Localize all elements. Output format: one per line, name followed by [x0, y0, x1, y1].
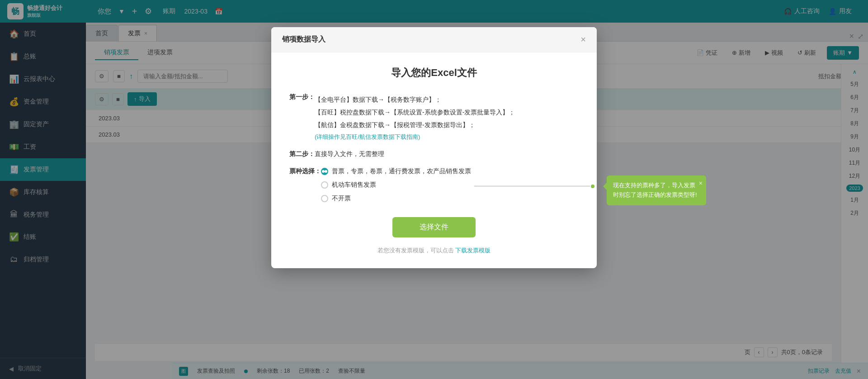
- tooltip-close-btn[interactable]: ×: [699, 178, 703, 188]
- radio-label-1: 普票，专票，卷票，通行费发票，农产品销售发票: [332, 167, 471, 175]
- radio-circle-1: [321, 168, 328, 175]
- ticket-select-section: 票种选择： 普票，专票，卷票，通行费发票，农产品销售发票 机动车销售发票: [289, 167, 579, 208]
- download-hint-area: 若您没有发票模版，可以点击 下载发票模版: [289, 246, 579, 255]
- modal-title: 销项数据导入: [282, 35, 326, 44]
- step1-line3: 【航信】金税盘数据下载→【报税管理-发票数据导出】；: [315, 118, 515, 131]
- radio-label-3: 不开票: [332, 194, 351, 203]
- select-file-btn[interactable]: 选择文件: [392, 217, 476, 237]
- step2-section: 第二步： 直接导入文件，无需整理: [289, 150, 579, 158]
- step2-content: 直接导入文件，无需整理: [315, 150, 384, 158]
- tooltip-connector-line: [474, 186, 595, 186]
- modal-main-title: 导入您的Excel文件: [289, 66, 579, 80]
- ticket-select-label: 票种选择：: [289, 167, 321, 175]
- step1-line2: 【百旺】税控盘数据下载→【系统设置-系统参数设置-发票批量导入】；: [315, 106, 515, 118]
- tooltip-connector-dot: [590, 184, 595, 189]
- tooltip-text: 现在支持的票种多了，导入发票时别忘了选择正确的发票类型呀!: [613, 182, 697, 198]
- modal-header: 销项数据导入 ×: [271, 27, 597, 52]
- select-file-area: 选择文件: [289, 217, 579, 237]
- radio-circle-2: [321, 181, 328, 189]
- modal-body: 导入您的Excel文件 第一步： 【全电平台】数据下载→【税务数字账户】； 【百…: [271, 52, 597, 268]
- radio-circle-3: [321, 195, 328, 202]
- radio-option-3[interactable]: 不开票: [321, 194, 471, 203]
- radio-option-1[interactable]: 普票，专票，卷票，通行费发票，农产品销售发票: [321, 167, 471, 175]
- step1-line1: 【全电平台】数据下载→【税务数字账户】；: [315, 93, 515, 106]
- download-hint-text: 若您没有发票模版，可以点击: [377, 247, 454, 254]
- modal-close-btn[interactable]: ×: [580, 34, 586, 45]
- import-modal: 销项数据导入 × 导入您的Excel文件 第一步： 【全电平台】数据下载→【税务…: [271, 27, 597, 268]
- step1-label: 第一步：: [289, 93, 315, 101]
- download-template-link[interactable]: 下载发票模版: [455, 247, 491, 254]
- step1-section: 第一步： 【全电平台】数据下载→【税务数字账户】； 【百旺】税控盘数据下载→【系…: [289, 93, 579, 141]
- radio-group: 普票，专票，卷票，通行费发票，农产品销售发票 机动车销售发票 不开票: [321, 167, 471, 208]
- tooltip-bubble: × 现在支持的票种多了，导入发票时别忘了选择正确的发票类型呀!: [607, 175, 706, 205]
- step1-link[interactable]: (详细操作见百旺/航信发票数据下载指南): [315, 133, 515, 141]
- step2-label: 第二步：: [289, 150, 315, 158]
- radio-label-2: 机动车销售发票: [332, 181, 376, 189]
- radio-option-2[interactable]: 机动车销售发票: [321, 181, 471, 189]
- step1-content: 【全电平台】数据下载→【税务数字账户】； 【百旺】税控盘数据下载→【系统设置-系…: [315, 93, 515, 141]
